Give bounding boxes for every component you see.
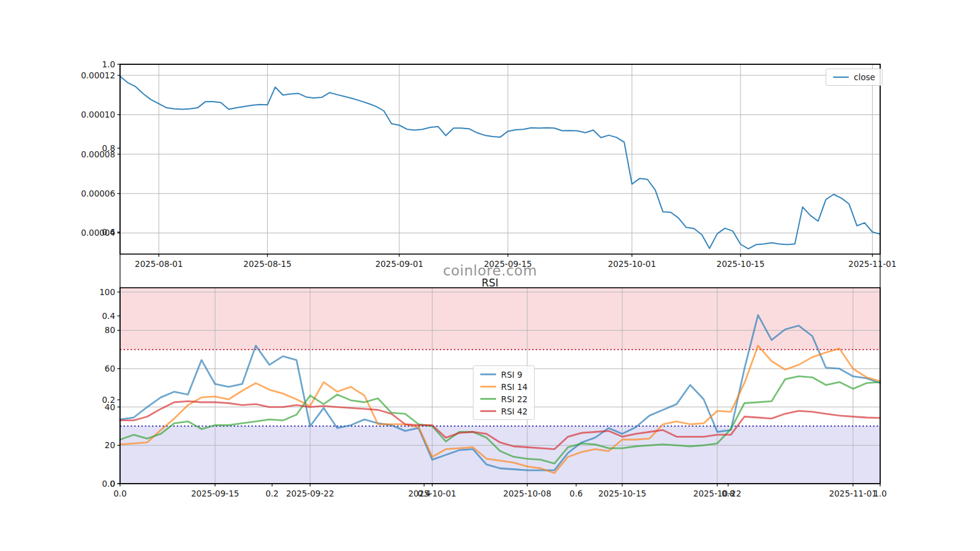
overlay-x-tick-label: 0.8 xyxy=(722,489,734,498)
price-y-tick-label: 0.00012 xyxy=(81,70,115,80)
rsi42-legend-line-icon xyxy=(480,410,496,412)
rsi14-legend-line-icon xyxy=(480,386,496,388)
rsi-legend: RSI 9 RSI 14 RSI 22 RSI 42 xyxy=(473,365,535,420)
rsi-legend-row: RSI 42 xyxy=(480,407,527,416)
close-legend-line-icon xyxy=(833,77,849,78)
rsi-x-tick-label: 2025-10-15 xyxy=(598,489,646,498)
rsi-x-tick-label: 2025-10-08 xyxy=(503,489,551,498)
rsi-panel-title: RSI xyxy=(0,277,980,289)
overlay-x-tick-label: 0.4 xyxy=(418,489,431,498)
close-legend-label: close xyxy=(854,72,875,82)
rsi-x-tick-label: 2025-09-22 xyxy=(286,489,334,498)
rsi-legend-row: RSI 9 xyxy=(480,370,527,379)
rsi14-legend-label: RSI 14 xyxy=(501,382,527,392)
overlay-y-tick-label: 0.4 xyxy=(102,311,115,321)
rsi9-legend-line-icon xyxy=(480,373,496,375)
overlay-x-tick-label: 0.2 xyxy=(265,489,278,498)
rsi-y-tick-label: 80 xyxy=(105,325,115,335)
rsi-x-tick-label: 2025-09-15 xyxy=(191,489,239,498)
overlay-x-tick-label: 0.0 xyxy=(113,489,126,498)
rsi-x-tick-label: 2025-11-01 xyxy=(829,489,876,498)
rsi-y-tick-label: 60 xyxy=(105,364,115,373)
price-y-tick-label: 0.00006 xyxy=(81,189,115,198)
price-y-tick-label: 0.00010 xyxy=(81,110,115,119)
overlay-y-tick-label: 0.2 xyxy=(102,395,115,405)
rsi9-legend-label: RSI 9 xyxy=(501,370,522,380)
overlay-y-tick-label: 0.8 xyxy=(102,143,115,153)
overlay-x-tick-label: 1.0 xyxy=(873,489,886,498)
price-legend: close xyxy=(826,69,883,86)
price-axes-border xyxy=(120,64,880,254)
rsi-y-tick-label: 20 xyxy=(105,440,115,450)
overlay-y-tick-label: 0.0 xyxy=(102,479,115,489)
rsi-x-tick-label: 2025-10-01 xyxy=(408,489,456,498)
close-line xyxy=(120,77,880,249)
rsi42-legend-label: RSI 42 xyxy=(501,407,527,416)
rsi-legend-row: RSI 14 xyxy=(480,382,527,391)
overlay-x-tick-label: 0.6 xyxy=(570,489,582,498)
rsi-legend-row: RSI 22 xyxy=(480,394,527,403)
overlay-y-tick-label: 0.6 xyxy=(102,227,115,237)
figure: 0.000120.000100.000080.000060.000042025-… xyxy=(0,0,980,551)
oversold-band xyxy=(120,426,880,484)
overlay-y-tick-label: 1.0 xyxy=(102,59,115,69)
overbought-band xyxy=(120,288,880,350)
rsi22-legend-label: RSI 22 xyxy=(501,394,527,404)
rsi22-legend-line-icon xyxy=(480,398,496,400)
